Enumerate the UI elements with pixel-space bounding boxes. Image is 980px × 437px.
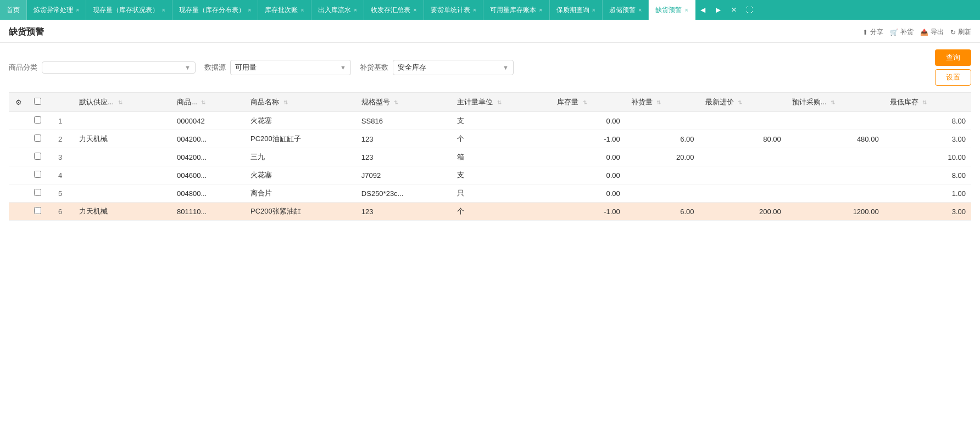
row-replenish-3 (626, 166, 700, 184)
th-unit[interactable]: 主计量单位 ⇅ (452, 93, 552, 112)
tab-8-close[interactable]: × (539, 7, 542, 13)
category-select[interactable]: ▼ (42, 61, 196, 74)
tab-5[interactable]: 出入库流水 × (311, 0, 364, 20)
row-checkbox-0[interactable] (34, 116, 41, 124)
row-spec-2: 123 (356, 148, 452, 166)
tab-11-close[interactable]: × (684, 7, 688, 13)
table-row: 4 004600... 火花塞 J7092 支 0.00 8.00 (9, 166, 971, 184)
header-actions: ⬆ 分享 🛒 补货 📤 导出 ↻ 刷新 (862, 27, 971, 37)
th-min-stock[interactable]: 最低库存 ⇅ (884, 93, 971, 112)
tab-8[interactable]: 可用量库存账本 × (483, 0, 549, 20)
query-button[interactable]: 查询 (935, 49, 971, 66)
row-spec-1: 123 (356, 130, 452, 148)
row-latest-price-0 (700, 112, 787, 130)
row-checkbox-cell-3 (29, 166, 47, 184)
th-unit-sort-icon: ⇅ (497, 99, 502, 105)
share-label: 分享 (870, 27, 883, 37)
row-stock-3: 0.00 (552, 166, 626, 184)
datasource-value: 可用量 (235, 63, 340, 72)
row-latest-price-5: 200.00 (700, 203, 787, 221)
tab-nav-close-all[interactable]: ✕ (726, 0, 742, 20)
row-checkbox-5[interactable] (34, 207, 41, 214)
tab-4[interactable]: 库存批次账 × (258, 0, 311, 20)
tab-7[interactable]: 要货单统计表 × (424, 0, 483, 20)
export-icon: 📤 (920, 29, 928, 36)
row-product-name-2: 三九 (245, 148, 356, 166)
share-button[interactable]: ⬆ 分享 (862, 27, 883, 37)
tab-5-label: 出入库流水 (318, 5, 351, 15)
row-checkbox-cell-0 (29, 112, 47, 130)
tab-3-label: 现存量（库存分布表） (179, 5, 245, 15)
tab-2-label: 现存量（库存状况表） (93, 5, 159, 15)
datasource-select[interactable]: 可用量 ▼ (230, 60, 351, 75)
th-product-name[interactable]: 商品名称 ⇅ (245, 93, 356, 112)
th-replenish-sort-icon: ⇅ (656, 99, 661, 105)
select-all-checkbox[interactable] (34, 98, 41, 105)
th-min-stock-label: 最低库存 (890, 98, 918, 106)
row-checkbox-1[interactable] (34, 135, 41, 142)
row-latest-price-4 (700, 184, 787, 203)
tab-nav-expand[interactable]: ⛶ (742, 0, 757, 20)
row-index-3: 4 (47, 166, 74, 184)
replenish-label: 补货 (900, 27, 914, 37)
tab-5-close[interactable]: × (354, 7, 357, 13)
tab-3[interactable]: 现存量（库存分布表） × (172, 0, 258, 20)
tab-9[interactable]: 保质期查询 × (550, 0, 603, 20)
row-gear-4 (9, 184, 29, 203)
row-est-purchase-2 (787, 148, 884, 166)
th-supplier[interactable]: 默认供应... ⇅ (74, 93, 171, 112)
tab-home[interactable]: 首页 (0, 0, 27, 20)
th-spec[interactable]: 规格型号 ⇅ (356, 93, 452, 112)
tab-1[interactable]: 炼货异常处理 × (27, 0, 86, 20)
basis-select[interactable]: 安全库存 ▼ (393, 60, 514, 75)
table-row: 3 004200... 三九 123 箱 0.00 20.00 10.00 (9, 148, 971, 166)
th-spec-sort-icon: ⇅ (394, 99, 398, 105)
row-index-2: 3 (47, 148, 74, 166)
tab-6-close[interactable]: × (413, 7, 416, 13)
th-latest-price-sort-icon: ⇅ (738, 99, 742, 105)
row-stock-0: 0.00 (552, 112, 626, 130)
th-replenish[interactable]: 补货量 ⇅ (626, 93, 700, 112)
tab-11[interactable]: 缺货预警 × (649, 0, 695, 20)
row-replenish-0 (626, 112, 700, 130)
export-button[interactable]: 📤 导出 (920, 27, 944, 37)
row-checkbox-4[interactable] (34, 189, 41, 196)
row-spec-0: SS816 (356, 112, 452, 130)
th-latest-price[interactable]: 最新进价 ⇅ (700, 93, 787, 112)
basis-chevron-icon: ▼ (503, 64, 509, 71)
tab-nav-next[interactable]: ▶ (711, 0, 726, 20)
page-title: 缺货预警 (9, 26, 44, 38)
replenish-button[interactable]: 🛒 补货 (890, 27, 914, 37)
tab-nav-prev[interactable]: ◀ (695, 0, 711, 20)
tab-1-close[interactable]: × (76, 7, 79, 13)
row-checkbox-2[interactable] (34, 153, 41, 160)
category-filter: 商品分类 ▼ (9, 61, 196, 74)
row-product-code-2: 004200... (171, 148, 245, 166)
th-stock[interactable]: 库存量 ⇅ (552, 93, 626, 112)
table-body: 1 0000042 火花塞 SS816 支 0.00 8.00 2 力天机械 0… (9, 112, 971, 221)
tab-9-close[interactable]: × (592, 7, 595, 13)
row-checkbox-3[interactable] (34, 171, 41, 178)
th-product-name-label: 商品名称 (250, 98, 279, 106)
setting-button[interactable]: 设置 (935, 69, 971, 86)
refresh-button[interactable]: ↻ 刷新 (950, 27, 971, 37)
th-stock-label: 库存量 (557, 98, 578, 106)
row-product-code-0: 0000042 (171, 112, 245, 130)
tab-10-close[interactable]: × (638, 7, 642, 13)
share-icon: ⬆ (862, 29, 868, 36)
tab-3-close[interactable]: × (248, 7, 251, 13)
row-supplier-0 (74, 112, 171, 130)
tab-10[interactable]: 超储预警 × (603, 0, 649, 20)
datasource-label: 数据源 (204, 63, 226, 72)
tab-6[interactable]: 收发存汇总表 × (364, 0, 424, 20)
th-est-purchase[interactable]: 预计采购... ⇅ (787, 93, 884, 112)
row-min-stock-0: 8.00 (884, 112, 971, 130)
tab-2[interactable]: 现存量（库存状况表） × (86, 0, 172, 20)
th-gear[interactable]: ⚙ (9, 93, 29, 112)
row-index-1: 2 (47, 130, 74, 148)
tab-2-close[interactable]: × (162, 7, 165, 13)
tab-7-close[interactable]: × (473, 7, 476, 13)
tab-4-close[interactable]: × (300, 7, 304, 13)
row-supplier-3 (74, 166, 171, 184)
th-product-code[interactable]: 商品... ⇅ (171, 93, 245, 112)
